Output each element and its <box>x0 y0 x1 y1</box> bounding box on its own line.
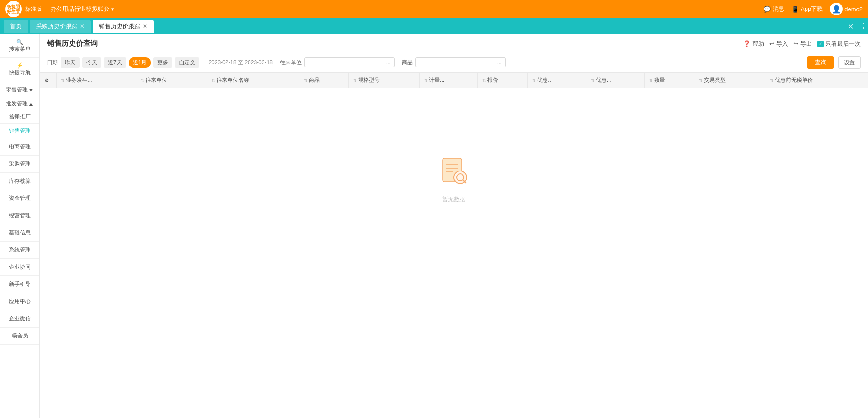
dropdown-arrow-icon: ▾ <box>111 6 114 13</box>
account-dropdown[interactable]: 办公用品行业模拟账套 ▾ <box>51 5 114 13</box>
sidebar-item-marketing[interactable]: 营销推广 <box>0 109 39 124</box>
tabbar-actions: ✕ ⛶ <box>848 22 864 31</box>
help-btn[interactable]: ❓ 帮助 <box>743 40 764 48</box>
partner-dots: ... <box>386 59 391 66</box>
sidebar-item-wholesale[interactable]: 批发管理 ▲ <box>0 95 39 109</box>
partner-label: 往来单位 <box>280 59 302 66</box>
partner-input[interactable]: ... <box>304 57 395 67</box>
quicknav-icon: ⚡ <box>16 62 23 69</box>
sidebar-item-newbie[interactable]: 新手引导 <box>0 276 39 293</box>
sidebar-business-label: 经营管理 <box>9 212 31 219</box>
sidebar-system-label: 系统管理 <box>9 246 31 254</box>
col-unit[interactable]: ⇅计量... <box>420 73 478 88</box>
date-7days[interactable]: 近7天 <box>104 57 126 68</box>
sort-icon-discount1: ⇅ <box>532 78 536 83</box>
col-trade-type[interactable]: ⇅交易类型 <box>694 73 765 88</box>
tab-home[interactable]: 首页 <box>4 20 28 33</box>
col-partner-name[interactable]: ⇅往来单位名称 <box>207 73 299 88</box>
col-discount2[interactable]: ⇅优惠... <box>586 73 644 88</box>
sidebar-item-search[interactable]: 🔍 搜索菜单 <box>0 34 39 58</box>
help-label: 帮助 <box>752 40 764 48</box>
col-spec[interactable]: ⇅规格型号 <box>349 73 420 88</box>
gear-icon[interactable]: ⚙ <box>44 77 49 84</box>
user-menu[interactable]: 👤 demo2 <box>830 3 863 15</box>
sidebar-item-inventory[interactable]: 库存核算 <box>0 173 39 190</box>
import-btn[interactable]: ↩ 导入 <box>769 40 788 48</box>
retail-arrow-icon: ▼ <box>28 87 34 93</box>
col-biz-date[interactable]: ⇅业务发生... <box>56 73 136 88</box>
table-container: ⚙ ⇅业务发生... ⇅往来单位 ⇅往来单位名称 ⇅商品 <box>40 73 868 418</box>
tab-sales-label: 销售历史价跟踪 <box>99 22 140 30</box>
help-icon: ❓ <box>743 40 750 47</box>
empty-icon <box>436 154 472 190</box>
goods-label: 商品 <box>402 59 413 66</box>
close-all-icon[interactable]: ✕ <box>848 22 854 31</box>
table-header-row: ⚙ ⇅业务发生... ⇅往来单位 ⇅往来单位名称 ⇅商品 <box>40 73 868 88</box>
export-btn[interactable]: ↪ 导出 <box>793 40 812 48</box>
sort-icon-partner-name: ⇅ <box>212 78 215 83</box>
sidebar-item-weixin[interactable]: 企业微信 <box>0 310 39 328</box>
col-discount1[interactable]: ⇅优惠... <box>528 73 586 88</box>
sort-icon-spec: ⇅ <box>353 78 357 83</box>
table-head: ⚙ ⇅业务发生... ⇅往来单位 ⇅往来单位名称 ⇅商品 <box>40 73 868 88</box>
date-label: 日期 <box>47 59 58 66</box>
col-pre-tax-price[interactable]: ⇅优惠前无税单价 <box>765 73 868 88</box>
logo: 畅捷通好生意 <box>5 1 22 17</box>
partner-filter: 往来单位 ... <box>280 57 395 67</box>
col-gear[interactable]: ⚙ <box>40 73 56 88</box>
date-filter-group: 日期 昨天 今天 近7天 近1月 更多 自定义 <box>47 57 199 68</box>
date-custom[interactable]: 自定义 <box>175 57 199 68</box>
tab-purchase[interactable]: 采购历史价跟踪 ✕ <box>30 20 91 33</box>
sidebar-item-sales-mgmt[interactable]: 销售管理 <box>0 124 39 138</box>
maximize-icon[interactable]: ⛶ <box>857 22 864 30</box>
sidebar-item-member[interactable]: 畅会员 <box>0 328 39 345</box>
query-button[interactable]: 查询 <box>807 56 834 69</box>
only-last-checkbox[interactable] <box>817 41 824 47</box>
sidebar-item-retail[interactable]: 零售管理 ▼ <box>0 81 39 95</box>
date-range-display: 2023-02-18 至 2023-03-18 <box>208 59 272 66</box>
goods-input[interactable]: ... <box>415 57 506 67</box>
tab-sales-close[interactable]: ✕ <box>143 23 147 29</box>
date-yesterday[interactable]: 昨天 <box>61 57 80 68</box>
sidebar-item-enterprise[interactable]: 企业协同 <box>0 259 39 276</box>
message-icon: 💬 <box>764 6 771 13</box>
sidebar-inventory-label: 库存核算 <box>9 177 31 185</box>
app-download-btn[interactable]: 📱 App下载 <box>792 5 823 13</box>
empty-text: 暂无数据 <box>442 195 466 204</box>
sidebar-item-ecommerce[interactable]: 电商管理 <box>0 138 39 156</box>
message-btn[interactable]: 💬 消息 <box>764 5 784 13</box>
date-more[interactable]: 更多 <box>153 57 172 68</box>
sidebar-item-basic[interactable]: 基础信息 <box>0 224 39 242</box>
sidebar-basic-label: 基础信息 <box>9 229 31 237</box>
sidebar-item-business[interactable]: 经营管理 <box>0 207 39 224</box>
col-partner-code[interactable]: ⇅往来单位 <box>136 73 207 88</box>
page-actions: ❓ 帮助 ↩ 导入 ↪ 导出 只看最后一次 <box>743 40 861 48</box>
sidebar-item-finance[interactable]: 资金管理 <box>0 190 39 207</box>
sort-icon-discount2: ⇅ <box>591 78 594 83</box>
only-last-row[interactable]: 只看最后一次 <box>817 40 861 48</box>
tab-sales[interactable]: 销售历史价跟踪 ✕ <box>93 20 154 33</box>
only-last-label: 只看最后一次 <box>826 40 861 48</box>
topbar-right: 💬 消息 📱 App下载 👤 demo2 <box>764 3 863 15</box>
sidebar-item-quicknav[interactable]: ⚡ 快捷导航 <box>0 58 39 81</box>
account-name: 办公用品行业模拟账套 <box>51 5 109 13</box>
sort-icon-biz-date: ⇅ <box>61 78 65 83</box>
sidebar-item-system[interactable]: 系统管理 <box>0 242 39 259</box>
date-today[interactable]: 今天 <box>82 57 101 68</box>
setting-button[interactable]: 设置 <box>838 56 861 69</box>
col-goods[interactable]: ⇅商品 <box>299 73 349 88</box>
col-qty[interactable]: ⇅数量 <box>645 73 694 88</box>
page-header: 销售历史价查询 ❓ 帮助 ↩ 导入 ↪ 导出 <box>40 34 868 52</box>
tab-home-label: 首页 <box>10 22 22 30</box>
date-1month[interactable]: 近1月 <box>129 57 151 68</box>
date-range-text: 2023-02-18 至 2023-03-18 <box>208 59 272 66</box>
goods-dots: ... <box>497 59 502 66</box>
sidebar-weixin-label: 企业微信 <box>9 315 31 323</box>
empty-state: 暂无数据 <box>40 88 868 269</box>
col-price[interactable]: ⇅报价 <box>478 73 528 88</box>
sidebar-search-label: 搜索菜单 <box>9 45 31 53</box>
page-title-row: 销售历史价查询 ❓ 帮助 ↩ 导入 ↪ 导出 <box>47 39 861 52</box>
sidebar-item-purchase[interactable]: 采购管理 <box>0 156 39 173</box>
sidebar-item-appstore[interactable]: 应用中心 <box>0 293 39 310</box>
tab-purchase-close[interactable]: ✕ <box>80 23 85 29</box>
